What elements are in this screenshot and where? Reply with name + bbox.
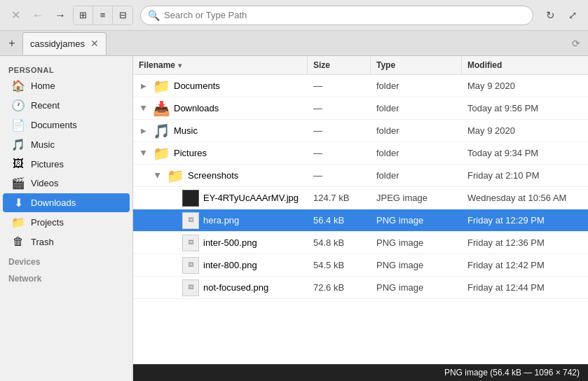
- file-list: ▶📁Documents—folderMay 9 2020▶📥Downloads—…: [133, 75, 588, 364]
- back-button[interactable]: ←: [28, 6, 48, 25]
- tab-bar: + cassidyjames ✕ ⟳: [0, 31, 588, 56]
- file-type: PNG image: [371, 235, 462, 250]
- file-modified: May 9 2020: [462, 78, 588, 93]
- expand-arrow-icon[interactable]: ▶: [139, 82, 149, 90]
- trash-icon: 🗑: [11, 235, 25, 248]
- tab-history-button[interactable]: ⟳: [567, 34, 585, 53]
- filename-header[interactable]: Filename ▾: [133, 56, 308, 74]
- file-name-text: inter-800.png: [203, 260, 257, 270]
- close-window-button[interactable]: ✕: [6, 6, 25, 25]
- file-type: folder: [371, 123, 462, 138]
- home-icon: 🏠: [11, 79, 25, 92]
- main-layout: Personal 🏠Home🕐Recent📄Documents🎵Music🖼Pi…: [0, 56, 588, 381]
- forward-icon: →: [55, 9, 66, 22]
- png-icon: 🖼: [182, 257, 199, 274]
- size-header[interactable]: Size: [308, 56, 371, 74]
- sidebar-item-home[interactable]: 🏠Home: [3, 76, 130, 95]
- expand-arrow-icon[interactable]: ▶: [154, 171, 162, 181]
- file-name-text: Documents: [174, 81, 220, 91]
- expand-arrow-icon[interactable]: ▶: [140, 148, 148, 158]
- type-header[interactable]: Type: [371, 56, 462, 74]
- file-type: folder: [371, 168, 462, 183]
- view-list-icon: ≡: [100, 10, 106, 20]
- file-name-text: EY-4RTyUcAAArMV.jpg: [203, 193, 299, 203]
- sidebar-item-recent[interactable]: 🕐Recent: [3, 96, 130, 115]
- refresh-button[interactable]: ↻: [540, 6, 560, 25]
- sidebar-item-home-label: Home: [31, 81, 55, 91]
- projects-icon: 📁: [11, 216, 25, 229]
- toolbar: ✕ ← → ⊞ ≡ ⊟ 🔍 ↻ ⤢: [0, 0, 588, 31]
- file-name-text: not-focused.png: [203, 282, 268, 293]
- sidebar-item-projects[interactable]: 📁Projects: [3, 213, 130, 232]
- table-row[interactable]: ▶📁Screenshots—folderFriday at 2:10 PM: [133, 165, 588, 187]
- table-row[interactable]: 🖼hera.png56.4 kBPNG imageFriday at 12:29…: [133, 209, 588, 232]
- png-icon: 🖼: [182, 279, 199, 296]
- sidebar-item-music[interactable]: 🎵Music: [3, 135, 130, 154]
- file-size: 54.5 kB: [308, 258, 371, 272]
- file-modified: Today at 9:34 PM: [462, 146, 588, 160]
- forward-button[interactable]: →: [50, 6, 70, 25]
- expand-button[interactable]: ⤢: [563, 6, 582, 25]
- view-toggle: ⊞ ≡ ⊟: [73, 6, 133, 25]
- file-type: JPEG image: [371, 190, 462, 205]
- sidebar-item-downloads-label: Downloads: [31, 198, 76, 208]
- music-icon: 🎵: [11, 138, 25, 151]
- sidebar-item-videos[interactable]: 🎬Videos: [3, 174, 130, 193]
- personal-section-label: Personal: [0, 62, 132, 76]
- modified-header[interactable]: Modified: [462, 56, 588, 74]
- expand-arrow-icon[interactable]: ▶: [140, 104, 148, 113]
- sidebar-item-music-label: Music: [31, 139, 55, 150]
- sidebar-item-pictures[interactable]: 🖼Pictures: [3, 155, 130, 173]
- tab-cassidyjames[interactable]: cassidyjames ✕: [22, 32, 107, 55]
- table-row[interactable]: ▶📁Pictures—folderToday at 9:34 PM: [133, 142, 588, 165]
- sidebar-item-projects-label: Projects: [31, 217, 64, 228]
- table-row[interactable]: ▶🎵Music—folderMay 9 2020: [133, 120, 588, 142]
- view-grid-icon: ⊞: [79, 10, 87, 20]
- refresh-icon: ↻: [546, 9, 555, 22]
- sidebar-item-downloads[interactable]: ⬇Downloads: [3, 193, 130, 212]
- search-input[interactable]: [164, 10, 526, 20]
- tooltip-bar: PNG image (56.4 kB — 1096 × 742): [133, 364, 588, 381]
- file-size: —: [308, 78, 371, 93]
- sidebar-item-trash-label: Trash: [31, 237, 54, 247]
- tab-history-icon: ⟳: [572, 38, 580, 49]
- table-row[interactable]: ▶📥Downloads—folderToday at 9:56 PM: [133, 97, 588, 120]
- table-row[interactable]: EY-4RTyUcAAArMV.jpg124.7 kBJPEG imageWed…: [133, 187, 588, 209]
- view-grid-button[interactable]: ⊞: [74, 6, 93, 25]
- column-headers: Filename ▾ Size Type Modified: [133, 56, 588, 75]
- sidebar-item-videos-label: Videos: [31, 178, 59, 188]
- file-modified: Friday at 2:10 PM: [462, 168, 588, 183]
- file-type: folder: [371, 78, 462, 93]
- table-row[interactable]: 🖼not-focused.png72.6 kBPNG imageFriday a…: [133, 277, 588, 299]
- new-tab-button[interactable]: +: [3, 34, 21, 53]
- file-size: 72.6 kB: [308, 280, 371, 295]
- file-type: PNG image: [371, 258, 462, 272]
- modified-label: Modified: [467, 60, 502, 70]
- tab-close-button[interactable]: ✕: [90, 39, 99, 48]
- network-label: Network: [0, 268, 132, 285]
- file-size: 124.7 kB: [308, 190, 371, 205]
- pictures-icon: 🖼: [11, 158, 25, 170]
- sidebar-item-recent-label: Recent: [31, 100, 60, 111]
- sidebar-item-documents[interactable]: 📄Documents: [3, 116, 130, 134]
- tab-title: cassidyjames: [30, 39, 85, 49]
- search-icon: 🔍: [148, 10, 160, 21]
- table-row[interactable]: 🖼inter-500.png54.8 kBPNG imageFriday at …: [133, 232, 588, 254]
- file-size: 56.4 kB: [308, 213, 371, 228]
- expand-arrow-icon[interactable]: ▶: [139, 127, 149, 134]
- view-list-button[interactable]: ≡: [93, 6, 113, 25]
- sidebar-item-trash[interactable]: 🗑Trash: [3, 233, 130, 251]
- sort-icon: ▾: [178, 62, 182, 69]
- view-compact-button[interactable]: ⊟: [113, 6, 132, 25]
- png-thumbnail: 🖼: [182, 235, 199, 251]
- table-row[interactable]: ▶📁Documents—folderMay 9 2020: [133, 75, 588, 97]
- type-label: Type: [376, 60, 395, 70]
- file-size: —: [308, 168, 371, 183]
- table-row[interactable]: 🖼inter-800.png54.5 kBPNG imageFriday at …: [133, 254, 588, 277]
- file-modified: Friday at 12:42 PM: [462, 258, 588, 272]
- file-modified: May 9 2020: [462, 123, 588, 138]
- file-modified: Wednesday at 10:56 AM: [462, 190, 588, 205]
- png-thumbnail: 🖼: [182, 257, 199, 274]
- file-modified: Friday at 12:36 PM: [462, 235, 588, 250]
- devices-label: Devices: [0, 251, 132, 268]
